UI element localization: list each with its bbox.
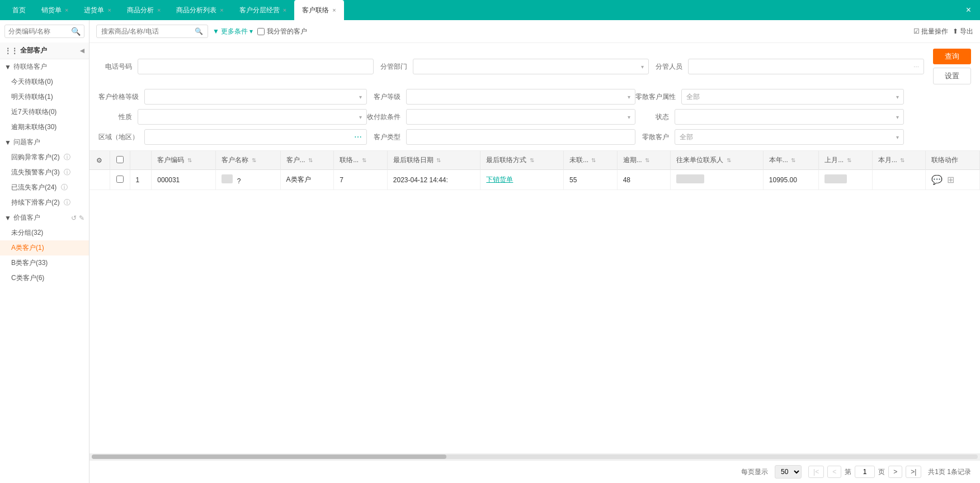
filter-row-2: 客户价格等级 ▾ 客户等级 ▾ 零散客户属性 全部 — [98, 89, 971, 105]
th-contact[interactable]: 联络... ⇅ — [334, 151, 388, 170]
sidebar-item-b-class[interactable]: B类客户(33) — [0, 255, 89, 271]
td-last-date: 2023-04-12 14:44: — [387, 170, 480, 190]
message-icon[interactable]: 💬 — [931, 174, 943, 185]
close-product-analysis-tab[interactable]: × — [157, 7, 161, 13]
th-name[interactable]: 客户名称 ⇅ — [216, 151, 280, 170]
last-method-link[interactable]: 下销货单 — [486, 176, 513, 183]
sort-last-month-icon: ⇅ — [847, 157, 851, 163]
sidebar-search-icon[interactable]: 🔍 — [71, 27, 81, 36]
close-sales-tab[interactable]: × — [65, 7, 68, 13]
sidebar-group-problem[interactable]: ▼ 问题客户 — [0, 135, 89, 150]
sidebar-item-lost[interactable]: 已流失客户(24) ⓘ — [0, 180, 89, 195]
customer-type-select[interactable] — [406, 129, 635, 145]
top-nav: 首页 销货单 × 进货单 × 商品分析 × 商品分析列表 × 客户分层经营 × … — [0, 0, 980, 20]
close-customer-tier-tab[interactable]: × — [283, 7, 286, 13]
filter-cell-price-grade: 客户价格等级 ▾ — [98, 89, 367, 105]
scrollbar-thumb[interactable] — [92, 454, 446, 459]
info-icon-0[interactable]: ⓘ — [64, 153, 70, 161]
edit-icon[interactable]: ✎ — [79, 214, 84, 222]
prev-page-button[interactable]: < — [827, 466, 841, 478]
info-icon-1[interactable]: ⓘ — [64, 168, 70, 176]
sidebar-item-7days[interactable]: 近7天待联络(0) — [0, 105, 89, 120]
nav-customer-contact[interactable]: 客户联络 × — [294, 0, 343, 20]
status-select[interactable]: ▾ — [675, 109, 904, 125]
horizontal-scrollbar[interactable] — [89, 453, 980, 460]
export-button[interactable]: ⬆ 导出 — [953, 27, 973, 36]
th-gear[interactable]: ⚙ — [89, 151, 110, 170]
dots-icon: ⋮⋮ — [4, 47, 18, 55]
price-grade-select[interactable]: ▾ — [144, 89, 367, 105]
nature-select[interactable]: ▾ — [138, 109, 367, 125]
sidebar-all-customers[interactable]: ⋮⋮ 全部客户 ◀ — [0, 42, 89, 59]
my-customer-checkbox[interactable] — [257, 28, 265, 35]
th-last-month[interactable]: 上月... ⇅ — [819, 151, 873, 170]
more-filter-button[interactable]: ▼ 更多条件 ▾ — [213, 27, 253, 36]
sidebar-item-loss-warning[interactable]: 流失预警客户(3) ⓘ — [0, 165, 89, 180]
retail-customer-chevron-icon: ▾ — [896, 134, 899, 140]
setting-button[interactable]: 设置 — [933, 68, 971, 84]
last-page-button[interactable]: >| — [906, 466, 921, 478]
info-icon-3[interactable]: ⓘ — [64, 198, 70, 206]
nav-product-analysis[interactable]: 商品分析 × — [119, 0, 168, 20]
sidebar-item-tomorrow[interactable]: 明天待联络(1) — [0, 89, 89, 105]
nav-sales[interactable]: 销货单 × — [34, 0, 76, 20]
refresh-icon[interactable]: ↺ — [71, 214, 77, 222]
sidebar-item-a-class[interactable]: A类客户(1) — [0, 240, 89, 255]
collapse-icon[interactable]: ◀ — [80, 48, 84, 54]
advanced-filters: 电话号码 分管部门 ▾ 分管人员 ⋯ — [89, 43, 980, 151]
content-area: 🔍 ▼ 更多条件 ▾ 我分管的客户 ☑ 批量操作 ⬆ 导出 — [89, 20, 980, 483]
sidebar-item-unclassified[interactable]: 未分组(32) — [0, 225, 89, 240]
sidebar-item-declining[interactable]: 持续下滑客户(2) ⓘ — [0, 195, 89, 210]
phone-input[interactable] — [138, 59, 374, 74]
nav-purchase[interactable]: 进货单 × — [76, 0, 119, 20]
nav-customer-tier[interactable]: 客户分层经营 × — [232, 0, 294, 20]
batch-operation-button[interactable]: ☑ 批量操作 — [913, 27, 948, 36]
close-customer-contact-tab[interactable]: × — [332, 7, 336, 13]
filter-bar: 🔍 ▼ 更多条件 ▾ 我分管的客户 ☑ 批量操作 ⬆ 导出 — [89, 20, 980, 43]
close-product-list-tab[interactable]: × — [220, 7, 223, 13]
filter-search-icon[interactable]: 🔍 — [195, 27, 203, 35]
filter-search-input[interactable] — [101, 27, 195, 35]
close-purchase-tab[interactable]: × — [107, 7, 111, 13]
region-dots-icon[interactable]: ⋯ — [354, 132, 362, 141]
sidebar-item-today[interactable]: 今天待联络(0) — [0, 74, 89, 89]
sidebar-search-input[interactable] — [8, 27, 71, 35]
first-page-button[interactable]: |< — [808, 466, 824, 478]
customer-grade-select[interactable]: ▾ — [406, 89, 635, 105]
manager-label: 分管人员 — [649, 62, 688, 72]
th-unit-contact[interactable]: 往来单位联系人 ⇅ — [671, 151, 764, 170]
th-no-contact[interactable]: 未联... ⇅ — [564, 151, 618, 170]
per-page-select[interactable]: 50 — [775, 465, 802, 479]
th-last-date[interactable]: 最后联络日期 ⇅ — [387, 151, 480, 170]
next-page-button[interactable]: > — [888, 466, 902, 478]
th-this-year[interactable]: 本年... ⇅ — [763, 151, 818, 170]
data-table-container: ⚙ 客户编码 ⇅ 客户名称 ⇅ — [89, 151, 980, 453]
th-last-method[interactable]: 最后联络方式 ⇅ — [480, 151, 564, 170]
th-this-month[interactable]: 本月... ⇅ — [872, 151, 926, 170]
th-type[interactable]: 客户... ⇅ — [280, 151, 334, 170]
nav-home[interactable]: 首页 — [4, 0, 34, 20]
sidebar-group-value[interactable]: ▼ 价值客户 ↺ ✎ — [0, 210, 89, 225]
dept-select[interactable]: ▾ — [413, 59, 649, 74]
sidebar-item-c-class[interactable]: C类客户(6) — [0, 271, 89, 286]
th-overdue[interactable]: 逾期... ⇅ — [617, 151, 671, 170]
row-checkbox[interactable] — [116, 176, 124, 183]
manager-select[interactable]: ⋯ — [688, 59, 924, 74]
sidebar-item-overdue[interactable]: 逾期未联络(30) — [0, 120, 89, 135]
th-code[interactable]: 客户编码 ⇅ — [152, 151, 216, 170]
retail-attr-select[interactable]: 全部 ▾ — [681, 89, 904, 105]
select-all-checkbox[interactable] — [116, 156, 124, 163]
query-button[interactable]: 查询 — [933, 49, 971, 64]
sort-no-contact-icon: ⇅ — [591, 157, 596, 163]
global-close-button[interactable]: × — [962, 5, 976, 15]
sidebar-item-repurchase-abnormal[interactable]: 回购异常客户(2) ⓘ — [0, 150, 89, 165]
info-icon-2[interactable]: ⓘ — [61, 183, 68, 191]
td-name: ? — [216, 170, 280, 190]
nav-product-list[interactable]: 商品分析列表 × — [168, 0, 231, 20]
sidebar-group-pending[interactable]: ▼ 待联络客户 — [0, 59, 89, 74]
page-number-input[interactable] — [855, 466, 875, 478]
payment-select[interactable]: ▾ — [406, 109, 635, 125]
region-select[interactable]: ⋯ — [144, 129, 367, 145]
qr-icon[interactable]: ⊞ — [947, 174, 954, 185]
retail-customer-select[interactable]: 全部 ▾ — [675, 129, 904, 145]
